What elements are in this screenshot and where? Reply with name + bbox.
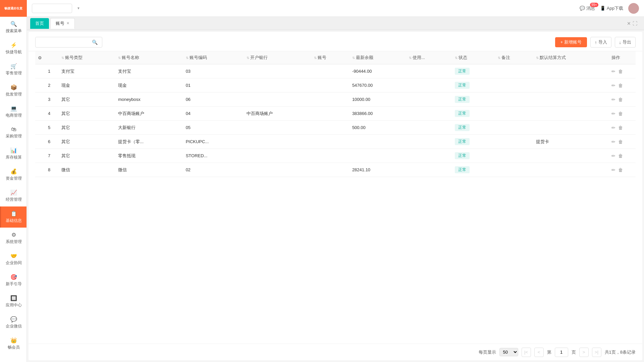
th-status[interactable]: ⇅状态 [452,51,495,64]
sidebar-item-wholesale-mgmt[interactable]: 📦 批发管理 [0,80,26,101]
edit-icon[interactable]: ✏ [611,167,615,173]
cell-remark [495,93,533,107]
th-name[interactable]: ⇅账号名称 [115,51,183,64]
finance-icon: 💰 [3,168,25,175]
cell-remark [495,121,533,135]
th-type[interactable]: ⇅账号类型 [59,51,115,64]
cell-bank: 中百商场账户 [244,107,311,121]
cell-bank [244,64,311,78]
sidebar-item-quick-nav[interactable]: ⚡ 快捷导航 [0,38,26,59]
edit-icon[interactable]: ✏ [611,139,615,144]
delete-icon[interactable]: 🗑 [618,83,623,88]
sidebar-item-basic-info[interactable]: 📋 基础信息 [0,206,26,228]
cell-num: 6 [45,135,59,149]
app-download-button[interactable]: 📱 App下载 [600,5,623,11]
cell-usage [406,107,452,121]
message-button[interactable]: 💬 消息 99+ [580,5,595,11]
tab-home[interactable]: 首页 [30,18,49,29]
delete-icon[interactable]: 🗑 [618,97,623,102]
search-submit-icon[interactable]: 🔍 [92,40,98,45]
th-remark[interactable]: ⇅备注 [495,51,533,64]
page-size-select[interactable]: 50 100 [499,348,518,356]
user-avatar[interactable] [628,3,639,14]
export-button[interactable]: ↓ 导出 [615,37,636,48]
th-usage[interactable]: ⇅使用... [406,51,452,64]
account-search-input[interactable] [38,40,92,45]
edit-icon[interactable]: ✏ [611,125,615,130]
accounts-table: ⚙ ⇅账号类型 ⇅账号名称 ⇅账号编码 ⇅开户银行 ⇅账号 ⇅最新余额 ⇅使用.… [35,51,636,177]
th-account[interactable]: ⇅账号 [311,51,350,64]
page-header: 🔍 + 新增账号 ↑ 导入 ↓ 导出 [29,32,642,51]
edit-icon[interactable]: ✏ [611,83,615,88]
cell-action: ✏ 🗑 [609,78,636,93]
sidebar-item-inventory[interactable]: 📊 库存核算 [0,143,26,164]
export-icon: ↓ [619,40,622,45]
topbar-dropdown-icon[interactable]: ▼ [77,6,80,10]
cell-bank [244,149,311,163]
topbar-search-input[interactable] [32,4,72,13]
tabs-bar: 首页 账号 ✕ ✕ ⛶ [27,17,644,30]
th-bank[interactable]: ⇅开户银行 [244,51,311,64]
th-code[interactable]: ⇅账号编码 [183,51,244,64]
delete-icon[interactable]: 🗑 [618,125,623,130]
prev-page-button[interactable]: < [534,348,544,357]
next-page-button[interactable]: > [579,348,589,357]
basic-info-icon: 📋 [3,210,25,217]
system-icon: ⚙ [3,232,25,238]
page-container: 🔍 + 新增账号 ↑ 导入 ↓ 导出 ⚙ [29,32,642,360]
cell-num: 2 [45,78,59,93]
edit-icon[interactable]: ✏ [611,97,615,102]
sidebar-item-enterprise-wechat[interactable]: 💬 企业微信 [0,312,26,333]
last-page-button[interactable]: >| [592,348,601,357]
delete-icon[interactable]: 🗑 [618,139,623,144]
delete-icon[interactable]: 🗑 [618,111,623,116]
sidebar-item-purchase-mgmt[interactable]: 🛍 采购管理 [0,122,26,143]
table-row: 7 其它 零售抵现 STORED... 正常 ✏ 🗑 [35,149,636,163]
sidebar-item-retail-mgmt[interactable]: 🛒 零售管理 [0,59,26,80]
cell-status: 正常 [452,93,495,107]
th-default-settle[interactable]: ⇅默认结算方式 [533,51,609,64]
sidebar: 畅捷通好生意 🔍 搜索菜单 ⚡ 快捷导航 🛒 零售管理 📦 批发管理 💻 电商管… [0,0,27,362]
delete-icon[interactable]: 🗑 [618,153,623,159]
th-gear[interactable]: ⚙ [35,51,45,64]
header-buttons: + 新增账号 ↑ 导入 ↓ 导出 [555,37,636,48]
cell-action: ✏ 🗑 [609,121,636,135]
edit-icon[interactable]: ✏ [611,69,615,74]
cell-usage [406,149,452,163]
add-account-button[interactable]: + 新增账号 [555,37,587,47]
cell-code: 02 [183,163,244,177]
edit-icon[interactable]: ✏ [611,111,615,116]
sidebar-item-search[interactable]: 🔍 搜索菜单 [0,17,26,38]
cell-default-settle [533,107,609,121]
th-balance[interactable]: ⇅最新余额 [350,51,406,64]
sidebar-item-ecommerce-mgmt[interactable]: 💻 电商管理 [0,101,26,122]
sidebar-item-finance-mgmt[interactable]: 💰 资金管理 [0,164,26,185]
page-number-input[interactable] [555,348,568,357]
cell-gear [35,78,45,93]
tab-close-icon[interactable]: ✕ [66,21,69,25]
import-button[interactable]: ↑ 导入 [590,37,611,48]
cell-gear [35,163,45,177]
expand-window-icon[interactable]: ⛶ [633,21,637,26]
cell-balance [350,135,406,149]
sidebar-item-ops-mgmt[interactable]: 📈 经营管理 [0,185,26,206]
sidebar-item-vip-member[interactable]: 👑 畅会员 [0,333,26,354]
sidebar-item-enterprise-agree[interactable]: 🤝 企业协同 [0,249,26,270]
delete-icon[interactable]: 🗑 [618,167,623,173]
vip-icon: 👑 [3,337,25,344]
sidebar-item-new-guide[interactable]: 🎯 新手引导 [0,270,26,291]
cell-usage [406,163,452,177]
edit-icon[interactable]: ✏ [611,153,615,159]
cell-gear [35,149,45,163]
sidebar-item-app-center[interactable]: 🔲 应用中心 [0,291,26,312]
tab-account[interactable]: 账号 ✕ [50,18,75,29]
cell-type: 现金 [59,78,115,93]
table-row: 2 现金 现金 01 547670.00 正常 ✏ 🗑 [35,78,636,93]
sidebar-item-system-mgmt[interactable]: ⚙ 系统管理 [0,228,26,249]
close-window-icon[interactable]: ✕ [627,21,631,26]
first-page-button[interactable]: |< [522,348,531,357]
search-box[interactable]: 🔍 [35,37,102,48]
cell-usage [406,64,452,78]
cell-account [311,135,350,149]
delete-icon[interactable]: 🗑 [618,69,623,74]
